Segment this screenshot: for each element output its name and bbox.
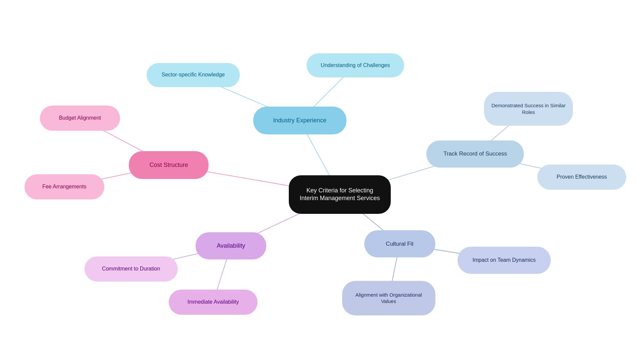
- node-track: Track Record of Success: [426, 140, 524, 168]
- node-challenges: Understanding of Challenges: [307, 53, 404, 77]
- node-fee: Fee Arrangements: [24, 174, 104, 199]
- node-immediate: Immediate Availability: [169, 290, 258, 315]
- node-sector: Sector-specific Knowledge: [147, 63, 240, 87]
- node-commitment: Commitment to Duration: [85, 256, 178, 282]
- node-cultural: Cultural Fit: [364, 230, 435, 257]
- center-node: Key Criteria for Selecting Interim Manag…: [289, 175, 391, 214]
- node-proven: Proven Effectiveness: [537, 165, 626, 190]
- node-industry: Industry Experience: [253, 107, 346, 135]
- node-impact: Impact on Team Dynamics: [458, 247, 551, 274]
- node-budget: Budget Alignment: [40, 106, 120, 131]
- node-demonstrated: Demonstrated Success in Similar Roles: [484, 92, 573, 126]
- node-cost: Cost Structure: [129, 151, 209, 179]
- node-alignment: Alignment with Organizational Values: [342, 281, 435, 316]
- node-availability: Availability: [196, 232, 267, 259]
